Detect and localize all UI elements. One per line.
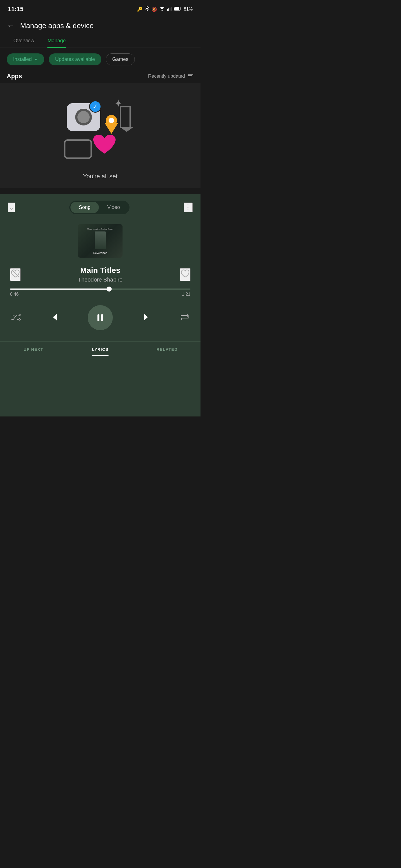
track-artist: Theodore Shapiro [21, 277, 180, 283]
song-toggle-option[interactable]: Song [70, 202, 99, 213]
tabs-bar: Overview Manage [0, 34, 200, 48]
filter-row: Installed ▼ Updates available Games [0, 48, 200, 68]
album-art-container: Music from the Original Series Severance [0, 219, 200, 266]
svg-rect-2 [170, 7, 170, 11]
progress-bar-container[interactable] [0, 288, 200, 289]
bookmark-icon [120, 106, 131, 128]
games-label: Games [112, 57, 128, 62]
album-art-inner: Music from the Original Series Severance [78, 224, 122, 258]
tab-up-next[interactable]: UP NEXT [0, 342, 67, 356]
video-toggle-option[interactable]: Video [99, 202, 128, 213]
progress-thumb[interactable] [107, 286, 112, 291]
svg-rect-1 [168, 8, 169, 11]
tab-lyrics[interactable]: LYRICS [67, 342, 134, 356]
svg-rect-0 [167, 9, 168, 11]
sort-icon [188, 73, 194, 80]
status-time: 11:15 [8, 6, 23, 13]
battery-icon [174, 7, 181, 12]
svg-rect-14 [101, 314, 103, 321]
back-button[interactable]: ← [7, 21, 15, 30]
like-button[interactable] [180, 268, 191, 281]
message-icon [64, 140, 92, 159]
playback-controls [0, 305, 200, 330]
player-bottom-tabs: UP NEXT LYRICS RELATED [0, 341, 200, 356]
status-icons: 🔑 🔕 81% [137, 6, 193, 12]
album-title-display: Severance [92, 251, 108, 255]
illustration-graphic: ✦ ✓ [64, 98, 137, 164]
previous-button[interactable] [50, 312, 59, 323]
games-filter-button[interactable]: Games [106, 54, 135, 65]
header-bar: ← Manage apps & device [0, 16, 200, 34]
shuffle-button[interactable] [11, 313, 21, 322]
album-art: Music from the Original Series Severance [78, 224, 122, 258]
manage-apps-section: ← Manage apps & device Overview Manage I… [0, 16, 200, 194]
illustration-area: ✦ ✓ [0, 83, 200, 188]
song-video-toggle: Song Video [69, 200, 130, 214]
next-button[interactable] [142, 312, 151, 323]
progress-track[interactable] [10, 288, 191, 289]
track-info-row: Main Titles Theodore Shapiro [10, 266, 191, 283]
tab-manage[interactable]: Manage [41, 34, 73, 48]
pause-icon [95, 313, 105, 323]
album-text: Music from the Original Series [86, 227, 114, 231]
repeat-button[interactable] [180, 313, 189, 322]
svg-rect-5 [174, 7, 179, 10]
progress-fill [10, 288, 109, 289]
svg-rect-13 [97, 314, 99, 321]
updates-filter-button[interactable]: Updates available [49, 54, 102, 65]
key-icon: 🔑 [137, 7, 143, 12]
svg-rect-3 [171, 7, 172, 11]
sort-text: Recently updated [148, 73, 185, 79]
apps-section-label: Apps [7, 72, 22, 80]
status-bar: 11:15 🔑 🔕 [0, 0, 200, 16]
sort-control[interactable]: Recently updated [148, 73, 194, 80]
wifi-icon [159, 6, 165, 12]
check-badge-icon: ✓ [89, 100, 102, 113]
music-player-section: ⌄ Song Video ⋮ Music from the Original S… [0, 194, 200, 416]
dislike-button[interactable] [10, 268, 21, 281]
battery-percentage: 81% [184, 7, 193, 12]
time-row: 0:46 1:21 [0, 292, 200, 297]
signal-icon [167, 6, 172, 12]
apps-label-row: Apps Recently updated [0, 68, 200, 83]
time-total: 1:21 [182, 292, 191, 297]
tab-related[interactable]: RELATED [134, 342, 200, 356]
album-figure [95, 231, 106, 249]
svg-point-11 [109, 118, 114, 123]
updates-label: Updates available [55, 57, 95, 62]
more-options-button[interactable]: ⋮ [184, 203, 193, 212]
page-title: Manage apps & device [20, 22, 94, 30]
track-controls: Main Titles Theodore Shapiro [0, 266, 200, 283]
bluetooth-icon [145, 6, 149, 12]
chevron-down-icon: ▼ [34, 57, 38, 62]
time-elapsed: 0:46 [10, 292, 19, 297]
pause-button[interactable] [88, 305, 113, 330]
installed-filter-button[interactable]: Installed ▼ [7, 54, 44, 65]
camera-lens [75, 109, 92, 125]
collapse-button[interactable]: ⌄ [8, 203, 15, 212]
tab-overview[interactable]: Overview [7, 34, 41, 48]
mute-icon: 🔕 [151, 7, 157, 12]
track-title: Main Titles [21, 266, 180, 275]
illustration-caption: You're all set [83, 173, 117, 180]
installed-label: Installed [13, 57, 32, 62]
track-title-artist: Main Titles Theodore Shapiro [21, 266, 180, 283]
heart-icon [92, 134, 117, 162]
player-top-bar: ⌄ Song Video ⋮ [0, 194, 200, 219]
